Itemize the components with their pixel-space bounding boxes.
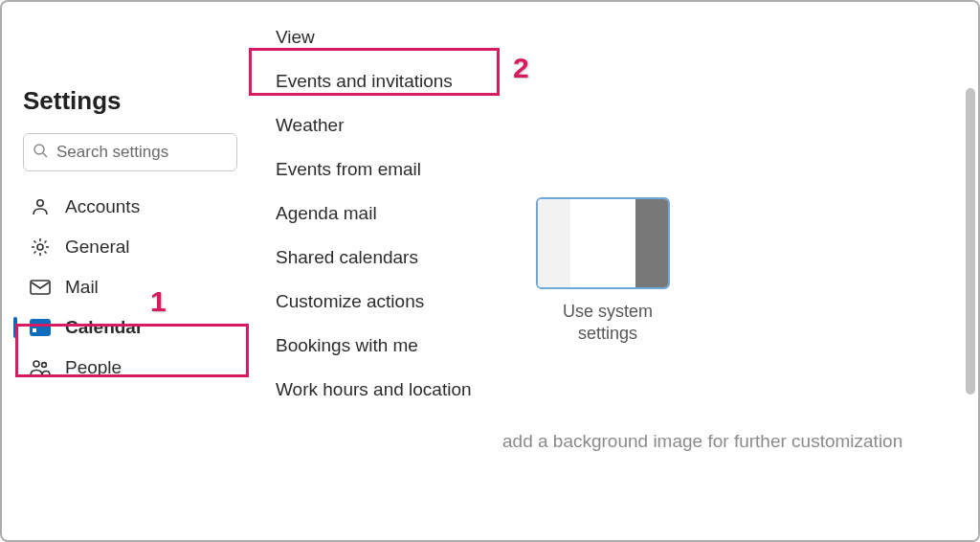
subnav-item-shared-calendars[interactable]: Shared calendars [249, 236, 502, 280]
settings-title: Settings [2, 2, 249, 133]
svg-point-2 [37, 200, 43, 206]
background-hint-text: add a background image for further custo… [502, 431, 978, 452]
svg-line-1 [43, 153, 47, 157]
theme-tile-system[interactable] [536, 197, 670, 289]
settings-sidebar: Settings Accounts Genera [2, 2, 249, 540]
scrollbar[interactable] [966, 88, 975, 395]
settings-window: — ×× Settings Accounts [0, 0, 980, 542]
mail-icon [29, 280, 52, 295]
search-wrap [23, 133, 237, 171]
sidebar-item-label: Accounts [65, 196, 140, 217]
search-icon [33, 143, 48, 162]
svg-point-3 [37, 244, 43, 250]
sidebar-item-label: Mail [65, 277, 99, 298]
annotation-number-2: 2 [513, 52, 529, 84]
content-area: Use system settings add a background ima… [502, 2, 978, 540]
sidebar-item-mail[interactable]: Mail [2, 267, 249, 307]
theme-label: Use system settings [550, 301, 665, 346]
gear-icon [29, 237, 52, 257]
subnav-item-events-from-email[interactable]: Events from email [249, 147, 502, 192]
sidebar-item-accounts[interactable]: Accounts [2, 187, 249, 227]
sidebar-item-general[interactable]: General [2, 227, 249, 267]
svg-point-0 [34, 145, 44, 154]
annotation-box-2 [249, 48, 500, 96]
svg-rect-4 [31, 281, 50, 294]
sidebar-item-label: General [65, 237, 130, 258]
person-icon [29, 197, 52, 216]
search-input[interactable] [23, 133, 237, 171]
subnav-item-weather[interactable]: Weather [249, 103, 502, 147]
subnav-item-customize-actions[interactable]: Customize actions [249, 280, 502, 324]
annotation-number-1: 1 [150, 285, 167, 318]
subnav-item-agenda-mail[interactable]: Agenda mail [249, 192, 502, 236]
subnav-item-bookings-with-me[interactable]: Bookings with me [249, 324, 502, 368]
subnav-item-work-hours[interactable]: Work hours and location [249, 368, 502, 412]
annotation-box-1 [15, 324, 249, 377]
